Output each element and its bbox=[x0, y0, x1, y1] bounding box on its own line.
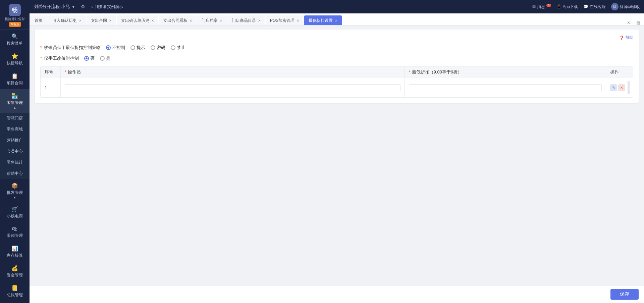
search-icon: 🔍 bbox=[11, 33, 18, 40]
sidebar-item-project-contract[interactable]: 📋 项目合同 bbox=[0, 69, 30, 89]
sidebar-item-ecommerce[interactable]: 🛒 小畅电商 bbox=[0, 203, 30, 222]
tab-expense-board[interactable]: 支出合同看板 ✕ bbox=[159, 15, 197, 26]
sidebar-item-inventory[interactable]: 📊 库存核算 bbox=[0, 242, 30, 262]
tab-store-products[interactable]: 门店商品目录 ✕ bbox=[227, 15, 265, 26]
sidebar-item-retail-stats[interactable]: 零售统计 bbox=[0, 157, 30, 168]
tab-close-icon[interactable]: ✕ bbox=[258, 19, 261, 22]
radio-label-forbid: 禁止 bbox=[177, 45, 185, 51]
discount-table: 序号 * 操作员 * 最低折扣（9.00等于9折） 操作 bbox=[40, 66, 633, 98]
main-area: 测试分开流程·小兄 ▼ ⚙ ○ 我要看实例演示 ✉ 消息 8 📱 App下载 💬… bbox=[30, 0, 644, 303]
messages-badge: 8 bbox=[546, 4, 551, 7]
tab-expense-confirm-history[interactable]: 支出确认单历史 ✕ bbox=[117, 15, 158, 26]
sidebar-item-finance[interactable]: 💰 资金管理 bbox=[0, 262, 30, 282]
sidebar-item-marketing[interactable]: 营销推广 bbox=[0, 135, 30, 146]
messages-button[interactable]: ✉ 消息 8 bbox=[532, 4, 551, 10]
seq-value: 1 bbox=[45, 85, 47, 90]
tab-close-icon[interactable]: ✕ bbox=[190, 19, 192, 22]
save-button[interactable]: 保存 bbox=[610, 289, 639, 300]
radio-circle-no bbox=[84, 56, 89, 61]
sidebar-item-retail-mall[interactable]: 零售商城 bbox=[0, 124, 30, 135]
row-action-buttons: ✎ ✕ bbox=[610, 81, 630, 94]
min-discount-input[interactable] bbox=[409, 84, 602, 91]
sidebar-item-wholesale[interactable]: 📦 批发管理 ▼ bbox=[0, 179, 30, 203]
message-icon: ✉ bbox=[532, 4, 536, 9]
tab-home[interactable]: 首页 bbox=[30, 15, 48, 26]
sidebar-sub-label: 零售统计 bbox=[7, 160, 23, 165]
avatar: 徐 bbox=[611, 3, 619, 10]
radio-circle-yes bbox=[100, 56, 105, 61]
tab-income-history[interactable]: 收入确认历史 ✕ bbox=[48, 15, 86, 26]
topbar: 测试分开流程·小兄 ▼ ⚙ ○ 我要看实例演示 ✉ 消息 8 📱 App下载 💬… bbox=[30, 0, 644, 13]
manual-radio-group: 否 是 bbox=[84, 55, 110, 61]
operator-input[interactable] bbox=[65, 84, 400, 91]
policy-radio-no-control[interactable]: 不控制 bbox=[106, 45, 125, 51]
sidebar-item-label: 零售管理 bbox=[7, 100, 23, 106]
ecommerce-icon: 🛒 bbox=[11, 206, 18, 212]
sidebar-item-accounting[interactable]: 📒 总账管理 bbox=[0, 282, 30, 301]
more-tabs-button[interactable]: ▤ bbox=[635, 19, 641, 26]
tab-expense-contract[interactable]: 支出合同 ✕ bbox=[87, 15, 116, 26]
app-download-label: App下载 bbox=[563, 4, 578, 10]
policy-radio-forbid[interactable]: 禁止 bbox=[171, 45, 185, 51]
policy-radio-hint[interactable]: 提示 bbox=[130, 45, 145, 51]
th-seq: 序号 bbox=[41, 66, 61, 78]
page-footer: 保存 bbox=[30, 285, 644, 303]
sidebar-item-retail-manage[interactable]: 🏪 零售管理 ▲ bbox=[0, 89, 30, 113]
policy-form-row: * 收银员低于最低折扣控制策略 不控制 提示 密码 bbox=[40, 45, 633, 51]
finance-icon: 💰 bbox=[11, 265, 18, 271]
retail-icon: 🏪 bbox=[11, 93, 18, 99]
sidebar-item-label: 项目合同 bbox=[7, 80, 23, 86]
demo-link[interactable]: ○ 我要看实例演示 bbox=[91, 4, 123, 10]
help-button[interactable]: ❓ 帮助 bbox=[619, 35, 633, 41]
sidebar-item-help-center[interactable]: 帮助中心 bbox=[0, 168, 30, 179]
manual-radio-no[interactable]: 否 bbox=[84, 55, 95, 61]
policy-label-text: 收银员低于最低折扣控制策略 bbox=[44, 45, 101, 50]
sidebar-item-label: 批发管理 bbox=[7, 190, 23, 196]
close-tab-button[interactable]: ✕ bbox=[625, 19, 632, 26]
tab-close-icon[interactable]: ✕ bbox=[335, 19, 337, 22]
tab-store-archive[interactable]: 门店档案 ✕ bbox=[197, 15, 227, 26]
manual-radio-yes[interactable]: 是 bbox=[100, 55, 110, 61]
tab-close-icon[interactable]: ✕ bbox=[151, 19, 154, 22]
sidebar-logo: 畅 畅捷通好业财 专业版 bbox=[0, 0, 30, 30]
policy-label: * 收银员低于最低折扣控制策略 bbox=[40, 45, 101, 51]
sidebar-sub-label: 会员中心 bbox=[7, 149, 23, 154]
sidebar-sub-label: 智慧门店 bbox=[7, 115, 23, 121]
sidebar-item-label: 总账管理 bbox=[7, 292, 23, 298]
tabs-actions: ✕ ▤ bbox=[623, 19, 644, 26]
tabs-bar: 首页 收入确认历史 ✕ 支出合同 ✕ 支出确认单历史 ✕ 支出合同看板 ✕ 门店… bbox=[30, 13, 644, 26]
sidebar-item-smart-store[interactable]: 智慧门店 bbox=[0, 113, 30, 124]
scroll-handle bbox=[628, 81, 630, 94]
project-selector[interactable]: 测试分开流程·小兄 ▼ bbox=[34, 4, 75, 10]
th-min-discount: * 最低折扣（9.00等于9折） bbox=[405, 66, 606, 78]
online-service-button[interactable]: 💬 在线客服 bbox=[583, 4, 606, 10]
sidebar-item-quick-nav[interactable]: ⭐ 快捷导航 bbox=[0, 50, 30, 69]
sidebar-item-invoice[interactable]: 🧾 发票管理 bbox=[0, 301, 30, 303]
tab-close-icon[interactable]: ✕ bbox=[220, 19, 222, 22]
app-download-button[interactable]: 📱 App下载 bbox=[556, 4, 578, 10]
sidebar-sub-label: 帮助中心 bbox=[7, 171, 23, 176]
chevron-down-icon: ▼ bbox=[13, 196, 16, 199]
td-seq: 1 bbox=[41, 78, 61, 97]
help-label: 帮助 bbox=[625, 35, 633, 41]
user-menu[interactable]: 徐 徐泽华修改 bbox=[611, 3, 640, 10]
tab-close-icon[interactable]: ✕ bbox=[79, 19, 82, 22]
sidebar-item-search[interactable]: 🔍 搜索菜单 bbox=[0, 30, 30, 50]
policy-radio-password[interactable]: 密码 bbox=[151, 45, 165, 51]
project-name: 测试分开流程·小兄 bbox=[34, 4, 70, 10]
tab-min-discount-settings[interactable]: 最低折扣设置 ✕ bbox=[304, 15, 342, 26]
radio-label-no: 否 bbox=[90, 55, 95, 61]
topbar-settings-button[interactable]: ⚙ bbox=[79, 3, 87, 11]
row-delete-button[interactable]: ✕ bbox=[618, 84, 625, 91]
username: 徐泽华修改 bbox=[620, 4, 640, 10]
main-content: ❓ 帮助 * 收银员低于最低折扣控制策略 不控制 提示 bbox=[30, 26, 644, 303]
row-edit-button[interactable]: ✎ bbox=[610, 84, 617, 91]
tab-close-icon[interactable]: ✕ bbox=[109, 19, 112, 22]
tab-pos-encrypt[interactable]: POS加密管理 ✕ bbox=[266, 15, 304, 26]
sidebar-item-member-center[interactable]: 会员中心 bbox=[0, 146, 30, 157]
table-row: 1 ✎ ✕ bbox=[41, 78, 633, 97]
demo-text: 我要看实例演示 bbox=[95, 4, 123, 10]
messages-label: 消息 bbox=[537, 4, 545, 10]
tab-close-icon[interactable]: ✕ bbox=[297, 19, 299, 22]
sidebar-item-purchase[interactable]: 🛍 采购管理 bbox=[0, 222, 30, 242]
